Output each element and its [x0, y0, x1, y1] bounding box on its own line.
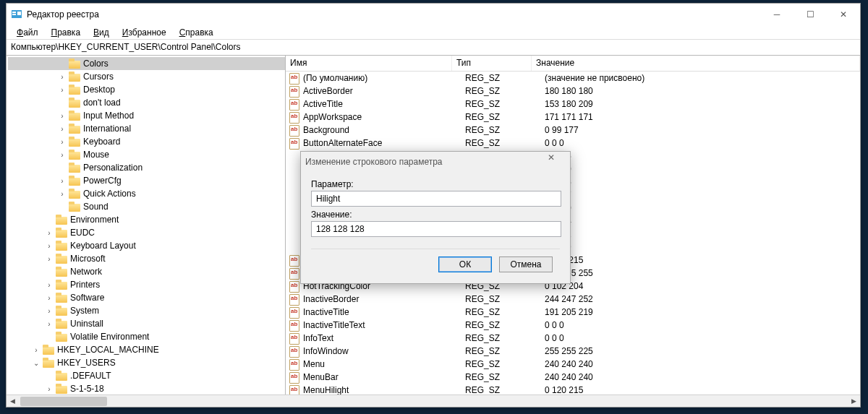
tree-item[interactable]: ›Input Method [8, 109, 285, 122]
expander-icon[interactable]: › [57, 73, 67, 81]
expander-icon[interactable]: › [44, 242, 54, 250]
tree-item[interactable]: ›International [8, 122, 285, 135]
list-row[interactable]: InfoTextREG_SZ0 0 0 [286, 332, 860, 345]
tree-item[interactable]: ›System [8, 304, 285, 317]
tree-item[interactable]: ›Desktop [8, 83, 285, 96]
expander-icon[interactable]: › [57, 125, 67, 133]
col-name[interactable]: Имя [286, 56, 452, 71]
value-data: 27 227 [545, 190, 860, 200]
tree-item[interactable]: Personalization [8, 161, 285, 174]
scroll-right-icon[interactable]: ▶ [848, 395, 860, 407]
tree-item[interactable]: ›Quick Actions [8, 187, 285, 200]
tree-item[interactable]: ›Software [8, 291, 285, 304]
list-row[interactable]: ButtonAlternateFaceREG_SZ0 0 0 [286, 137, 860, 150]
scroll-left-icon[interactable]: ◀ [7, 395, 19, 407]
value-type: REG_SZ [465, 333, 545, 343]
expander-icon[interactable]: › [57, 112, 67, 120]
expander-icon[interactable]: › [31, 346, 41, 354]
expander-icon[interactable]: › [44, 255, 54, 263]
list-row[interactable]: BackgroundREG_SZ0 99 177 [286, 124, 860, 137]
tree-item[interactable]: ›Cursors [8, 70, 285, 83]
horizontal-scrollbar[interactable]: ◀ ▶ [7, 394, 860, 407]
list-row[interactable]: (По умолчанию)REG_SZ(значение не присвое… [286, 72, 860, 85]
tree-item[interactable]: ›PowerCfg [8, 174, 285, 187]
ok-button[interactable]: ОК [438, 256, 492, 272]
tree-item[interactable]: Volatile Environment [8, 330, 285, 343]
address-input[interactable] [9, 40, 857, 54]
value-name: Background [303, 125, 465, 135]
menu-вид[interactable]: Вид [88, 26, 115, 39]
tree-item[interactable]: ›EUDC [8, 226, 285, 239]
tree-item[interactable]: ›HKEY_LOCAL_MACHINE [8, 343, 285, 356]
value-data: 191 205 219 [545, 307, 860, 317]
tree-item[interactable]: don't load [8, 96, 285, 109]
col-value[interactable]: Значение [532, 56, 860, 71]
tree-label: Desktop [83, 85, 115, 95]
value-data: 0 120 215 [545, 385, 860, 394]
close-button[interactable]: ✕ [827, 4, 860, 25]
list-row[interactable]: MenuBarREG_SZ240 240 240 [286, 371, 860, 384]
tree-item[interactable]: Sound [8, 200, 285, 213]
dialog-close-button[interactable]: ✕ [537, 152, 566, 171]
param-name-input[interactable] [311, 191, 561, 207]
tree-item[interactable]: ›Microsoft [8, 252, 285, 265]
maximize-button[interactable]: ☐ [793, 4, 827, 25]
list-row[interactable]: InfoWindowREG_SZ255 255 225 [286, 345, 860, 358]
expander-icon[interactable]: › [44, 385, 54, 393]
expander-icon[interactable]: ⌄ [31, 359, 41, 367]
tree-item[interactable]: ›Uninstall [8, 317, 285, 330]
menu-файл[interactable]: Файл [11, 26, 44, 39]
expander-icon[interactable]: › [44, 320, 54, 328]
expander-icon[interactable]: › [57, 190, 67, 198]
tree-label: Mouse [83, 150, 109, 160]
list-row[interactable]: AppWorkspaceREG_SZ171 171 171 [286, 111, 860, 124]
param-label: Параметр: [311, 179, 560, 189]
address-bar [7, 40, 860, 56]
tree-item[interactable]: ›Mouse [8, 148, 285, 161]
value-data-input[interactable] [311, 221, 561, 237]
minimize-button[interactable]: ─ [760, 4, 793, 25]
menu-правка[interactable]: Правка [46, 26, 87, 39]
tree-item[interactable]: ›Printers [8, 278, 285, 291]
tree-item[interactable]: ›Keyboard Layout [8, 239, 285, 252]
tree-item[interactable]: ⌄HKEY_USERS [8, 356, 285, 369]
expander-icon[interactable]: › [57, 177, 67, 185]
value-type: REG_SZ [465, 73, 545, 83]
tree-label: Software [70, 293, 104, 303]
expander-icon[interactable]: › [57, 151, 67, 159]
value-data: 255 255 225 [545, 346, 860, 356]
expander-icon[interactable]: › [57, 138, 67, 146]
string-value-icon [289, 254, 300, 266]
tree-item[interactable]: Colors [8, 57, 285, 70]
tree-item[interactable]: Environment [8, 213, 285, 226]
value-name: MenuBar [303, 372, 465, 382]
expander-icon[interactable]: › [44, 294, 54, 302]
col-type[interactable]: Тип [452, 56, 532, 71]
string-value-icon [289, 345, 300, 357]
value-name: (По умолчанию) [303, 73, 465, 83]
expander-icon[interactable]: › [44, 307, 54, 315]
list-row[interactable]: InactiveTitleTextREG_SZ0 0 0 [286, 319, 860, 332]
list-row[interactable]: MenuREG_SZ240 240 240 [286, 358, 860, 371]
list-row[interactable]: ActiveBorderREG_SZ180 180 180 [286, 85, 860, 98]
tree-item[interactable]: .DEFAULT [8, 369, 285, 382]
tree-item[interactable]: ›Keyboard [8, 135, 285, 148]
tree-item[interactable]: Network [8, 265, 285, 278]
expander-icon[interactable]: › [57, 86, 67, 94]
expander-icon[interactable]: › [44, 229, 54, 237]
scroll-thumb[interactable] [20, 397, 107, 406]
folder-icon [69, 163, 80, 173]
list-row[interactable]: ActiveTitleREG_SZ153 180 209 [286, 98, 860, 111]
list-row[interactable]: MenuHilightREG_SZ0 120 215 [286, 384, 860, 394]
value-data: 0 0 0 [545, 320, 860, 330]
folder-icon [56, 241, 67, 251]
tree-item[interactable]: ›S-1-5-18 [8, 382, 285, 394]
expander-icon[interactable]: › [44, 281, 54, 289]
list-row[interactable]: InactiveBorderREG_SZ244 247 252 [286, 293, 860, 306]
folder-icon [56, 332, 67, 342]
menu-избранное[interactable]: Избранное [116, 26, 172, 39]
cancel-button[interactable]: Отмена [499, 256, 553, 272]
menu-справка[interactable]: Справка [174, 26, 219, 39]
list-row[interactable]: InactiveTitleREG_SZ191 205 219 [286, 306, 860, 319]
tree-view[interactable]: Colors›Cursors›Desktop don't load›Input … [7, 56, 286, 394]
